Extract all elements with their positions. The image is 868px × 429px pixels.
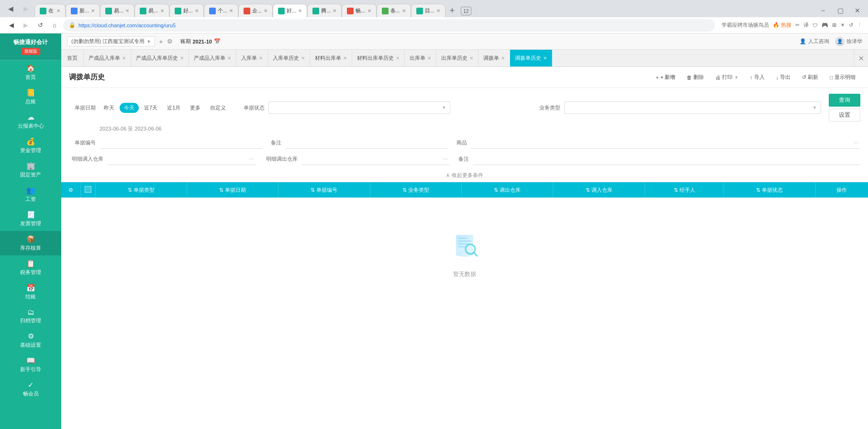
print-button[interactable]: 🖨 打印 ▼ [711,72,743,83]
browser-tab-10[interactable]: 畅... ✕ [342,4,376,17]
sidebar-item-reports[interactable]: ☁ 云报表中心 [0,109,61,133]
tab-product-inbound-history[interactable]: 产成品入库单历史 ✕ [131,50,189,66]
query-button[interactable]: 查询 [829,94,860,107]
tab-transfer[interactable]: 调拨单 ✕ [479,50,510,66]
remark2-input[interactable] [473,153,860,165]
browser-tab-12[interactable]: 目... ✕ [411,4,445,17]
tab-transfer-history[interactable]: 调拨单历史 ✕ [510,50,552,66]
tab-close-ibh[interactable]: ✕ [301,55,305,61]
sidebar-item-archive[interactable]: 🗂 归档管理 [0,304,61,328]
settings-button[interactable]: 设置 [829,109,860,121]
col-status[interactable]: ⇅ 单据状态 [724,182,815,198]
tab-close-6[interactable]: ✕ [229,8,233,13]
tab-close-8[interactable]: ✕ [298,8,302,13]
sidebar-item-assets[interactable]: 🏢 固定资产 [0,158,61,182]
col-biz-type[interactable]: ⇅ 业务类型 [370,182,461,198]
doc-no-input[interactable] [100,136,262,149]
refresh-button[interactable]: ↺ 刷新 [797,72,823,83]
company-settings-btn[interactable]: ⚙ [167,38,173,45]
browser-tab-5[interactable]: 好... ✕ [169,4,204,17]
tab-material-outbound-history[interactable]: 材料出库单历史 ✕ [352,50,405,66]
reload-btn[interactable]: ↺ [34,20,46,31]
tab-close-pi[interactable]: ✕ [122,55,126,61]
sidebar-item-member[interactable]: ✓ 畅会员 [0,377,61,401]
browser-tab-11[interactable]: 各... ✕ [377,4,411,17]
select-all-checkbox[interactable] [85,186,91,193]
tab-close-3[interactable]: ✕ [125,8,129,13]
back-btn[interactable]: ◀ [6,20,17,31]
url-bar[interactable]: 🔒 https://cloud.chanjet.com/accounting/u… [63,19,715,32]
support-btn[interactable]: 👤 人工咨询 [800,38,829,45]
tab-inbound-history[interactable]: 入库单历史 ✕ [268,50,310,66]
tab-home[interactable]: 首页 [61,50,84,66]
browser-tab-1[interactable]: 在 ✕ [34,4,66,17]
tab-close-pih[interactable]: ✕ [180,55,184,61]
import-button[interactable]: ↑ 导入 [745,72,769,83]
col-in-warehouse[interactable]: ⇅ 调入仓库 [553,182,645,198]
sidebar-item-payroll[interactable]: 👥 工资 [0,182,61,207]
date-btn-today[interactable]: 今天 [120,103,139,113]
tab-close-11[interactable]: ✕ [402,8,406,13]
add-company-btn[interactable]: + [159,38,163,45]
tab-close-4[interactable]: ✕ [160,8,164,13]
goods-select[interactable]: ··· [471,136,860,149]
tab-close-ib[interactable]: ✕ [259,55,263,61]
sidebar-item-invoice[interactable]: 🧾 发票管理 [0,207,61,231]
tab-close-mobh[interactable]: ✕ [396,55,400,61]
maximize-button[interactable]: ▢ [834,6,847,15]
minimize-button[interactable]: − [816,6,830,15]
display-detail-btn[interactable]: □ 显示明细 [825,72,860,83]
collapse-button[interactable]: ∧ 收起更多条件 [446,172,483,179]
export-button[interactable]: ↓ 导出 [771,72,796,83]
browser-tab-4[interactable]: 易... ✕ [134,4,169,17]
col-date[interactable]: ⇅ 单据日期 [187,182,278,198]
tab-outbound-history[interactable]: 出库单历史 ✕ [436,50,479,66]
delete-button[interactable]: 🗑 删除 [682,72,709,83]
sidebar-item-home[interactable]: 🏠 首页 [0,60,61,85]
browser-tab-8[interactable]: 好... ✕ [273,4,307,17]
browser-tab-2[interactable]: 新... ✕ [66,4,100,17]
user-avatar[interactable]: 👤 徐泽华 [835,37,862,46]
browser-tab-3[interactable]: 易... ✕ [100,4,134,17]
tab-close-12[interactable]: ✕ [436,8,440,13]
tab-close-th[interactable]: ✕ [543,55,547,61]
date-btn-custom[interactable]: 自定义 [206,103,230,113]
remark-input[interactable] [285,136,448,149]
detail-out-select[interactable]: ··· [301,153,450,165]
browser-tab-back[interactable]: ◀ [4,2,17,15]
tab-close-mob[interactable]: ✕ [343,55,347,61]
tab-product-inbound[interactable]: 产成品入库单 ✕ [84,50,131,66]
date-btn-yesterday[interactable]: 昨天 [100,103,119,113]
tab-inbound[interactable]: 入库单 ✕ [236,50,268,66]
business-type-select[interactable]: ▼ [564,101,821,114]
detail-in-select[interactable]: ··· [107,153,256,165]
col-type[interactable]: ⇅ 单据类型 [95,182,187,198]
tab-panel-close[interactable]: ✕ [854,50,868,66]
gear-icon[interactable]: ⚙ [68,187,73,193]
browser-tab-forward[interactable]: ▶ [19,2,33,15]
home-btn[interactable]: ⌂ [49,20,60,31]
tab-product-inbound2[interactable]: 产成品入库单 ✕ [189,50,236,66]
browser-tab-7[interactable]: 企... ✕ [238,4,273,17]
company-selector[interactable]: (勿删勿禁用) 江西服宝测试专用 ▼ [67,36,155,46]
tab-close-10[interactable]: ✕ [367,8,371,13]
date-btn-more[interactable]: 更多 [186,103,205,113]
tab-close-2[interactable]: ✕ [91,8,95,13]
sidebar-item-settings[interactable]: ⚙ 基础设置 [0,328,61,352]
add-button[interactable]: + + 新增 [651,72,680,83]
status-select[interactable]: ▼ [268,101,450,114]
col-no[interactable]: ⇅ 单据编号 [278,182,370,198]
date-btn-1month[interactable]: 近1月 [163,103,185,113]
tab-close-obh[interactable]: ✕ [469,55,473,61]
tab-close-9[interactable]: ✕ [333,8,336,13]
col-out-warehouse[interactable]: ⇅ 调出仓库 [462,182,553,198]
sidebar-item-closing[interactable]: 📅 结账 [0,280,61,304]
tab-close-5[interactable]: ✕ [195,8,199,13]
new-tab-button[interactable]: + [445,4,459,17]
browser-tab-6[interactable]: 个... ✕ [204,4,238,17]
sidebar-item-inventory[interactable]: 📦 库存核算 [0,231,61,255]
calendar-icon[interactable]: 📅 [214,38,221,44]
col-gear[interactable]: ⚙ [61,182,80,198]
sidebar-item-funds[interactable]: 💰 资金管理 [0,133,61,158]
tab-material-outbound[interactable]: 材料出库单 ✕ [310,50,352,66]
